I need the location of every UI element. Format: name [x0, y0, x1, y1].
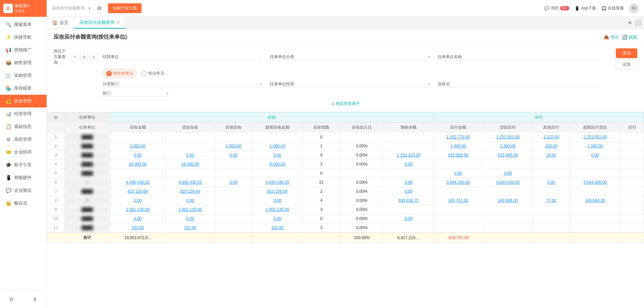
td-ar_loan[interactable]: 1,001,135.00	[165, 205, 215, 214]
sidebar-item-企业协同[interactable]: 🤝企业协同	[0, 146, 47, 159]
td-ar_loan[interactable]: 152.00	[165, 223, 215, 233]
td-ap_overdue[interactable]: 0.00	[570, 151, 620, 160]
tab-close-window-btn[interactable]: ✕	[628, 19, 632, 26]
cell-link[interactable]: 345,761.00	[448, 198, 468, 203]
td-ap_other[interactable]	[533, 223, 570, 233]
td-ar_prepay[interactable]	[384, 205, 433, 214]
td-ar_amount[interactable]: 4,345,436.20	[110, 178, 165, 187]
td-ar_overdue[interactable]: 9,000.00	[252, 160, 303, 169]
header-dropdown-btn[interactable]: ▾	[89, 6, 91, 11]
export-btn[interactable]: 📤 导出	[604, 34, 619, 40]
td-ar_loan[interactable]: 0.00	[165, 151, 215, 160]
td-ar_prepay[interactable]: 0.00	[384, 187, 433, 196]
cell-link[interactable]: 810,126.64	[180, 189, 200, 194]
cell-link[interactable]: 13.00	[546, 153, 556, 158]
td-ar_overdue[interactable]: 0.00	[252, 214, 303, 223]
query-btn[interactable]: 查询	[616, 48, 637, 58]
header-cta-button[interactable]: 体验行业方案	[108, 3, 142, 13]
td-ap_loan[interactable]	[483, 160, 533, 169]
sidebar-item-新手引导[interactable]: 🎓新手引导	[0, 159, 47, 171]
td-ap_overdue[interactable]: 3,044,240.00	[570, 178, 620, 187]
td-ap_overdue[interactable]	[570, 214, 620, 223]
td-ar_other[interactable]	[215, 205, 252, 214]
cell-link[interactable]: 0.00	[405, 216, 412, 221]
td-ar_overdue[interactable]: 101.00	[252, 223, 303, 233]
td-ar_other[interactable]	[215, 133, 252, 142]
tab-close-icon[interactable]: ✕	[116, 20, 120, 25]
td-ap_overdue[interactable]	[570, 223, 620, 233]
td-ar_other[interactable]	[215, 169, 252, 178]
cell-link[interactable]: 0.00	[591, 153, 599, 158]
td-ar_prepay[interactable]: 655,636.75	[384, 196, 433, 205]
td-ar_amount[interactable]: 0.00	[110, 214, 165, 223]
filter-department-arrow[interactable]: ▾	[167, 92, 168, 95]
td-ar_prepay[interactable]	[384, 169, 433, 178]
td-ap_amount[interactable]	[433, 187, 483, 196]
td-ap_amount[interactable]	[433, 160, 483, 169]
td-ap_amount[interactable]	[433, 205, 483, 214]
cell-link[interactable]: 1,222.00	[543, 135, 559, 139]
cell-link[interactable]: 0.00	[230, 180, 237, 185]
sidebar-item-经营管理[interactable]: 📊经营管理	[0, 107, 47, 120]
td-ar_loan[interactable]	[165, 142, 215, 151]
cell-link[interactable]: 4,345,436.20	[178, 180, 202, 185]
td-ap_amount[interactable]	[433, 223, 483, 233]
td-ar_amount[interactable]: 152.00	[110, 223, 165, 233]
cell-link[interactable]: 1,000.00	[130, 144, 146, 148]
td-ar_loan[interactable]: 0.00	[165, 214, 215, 223]
cell-link[interactable]: 1,390.00	[500, 144, 516, 148]
cell-link[interactable]: 915,508.56	[448, 153, 468, 158]
sidebar-item-销售管理[interactable]: 📦销售管理	[0, 56, 47, 69]
header-app-download-btn[interactable]: 📱 App下载	[575, 5, 596, 11]
sidebar-item-畅会员[interactable]: 👑畅会员	[0, 197, 47, 210]
td-ar_prepay[interactable]	[384, 133, 433, 142]
cell-link[interactable]: 3,044,240.00	[496, 180, 520, 185]
td-ar_other[interactable]	[215, 214, 252, 223]
td-ap_other[interactable]	[533, 205, 570, 214]
cell-link[interactable]: 18,000.00	[129, 162, 147, 167]
cell-link[interactable]: 345,684.00	[498, 198, 518, 203]
scheme-by-salesperson[interactable]: ○ 按业务员	[138, 69, 168, 78]
td-ap_amount[interactable]: 3,044,240.00	[433, 178, 483, 187]
td-ap_overdue[interactable]	[570, 205, 620, 214]
td-ar_prepay[interactable]: 0.00	[384, 160, 433, 169]
cell-link[interactable]: 810,126.64	[267, 189, 287, 194]
td-ar_overdue[interactable]: 810,126.64	[252, 187, 303, 196]
user-avatar[interactable]: Rit	[629, 4, 639, 13]
cell-link[interactable]: 1,251,551.00	[496, 135, 520, 139]
cell-link[interactable]: 0.00	[504, 171, 512, 176]
td-ap_loan[interactable]: 0.00	[483, 169, 533, 178]
refresh-btn[interactable]: 🔄 刷新	[622, 34, 637, 40]
sidebar-item-库存核算[interactable]: 🏪库存核算	[0, 82, 47, 95]
cell-link[interactable]: 0.00	[134, 153, 142, 158]
td-ar_loan[interactable]: 810,126.64	[165, 187, 215, 196]
cell-link[interactable]: 77.00	[546, 198, 556, 203]
cell-link[interactable]: 0.00	[405, 189, 412, 194]
cell-link[interactable]: 1,001,135.00	[126, 207, 150, 212]
cell-link[interactable]: 1,390.00	[587, 144, 603, 148]
cell-link[interactable]: 152.00	[131, 225, 144, 230]
sidebar-item-基础信息[interactable]: 📋基础信息	[0, 120, 47, 133]
filter-settlement-dots[interactable]: ···	[259, 54, 262, 59]
header-online-service-btn[interactable]: 🎧 在线客服	[601, 5, 624, 11]
td-ar_overdue[interactable]: 4,345,436.20	[252, 178, 303, 187]
td-ar_amount[interactable]: 810,126.64	[110, 187, 165, 196]
td-ap_other[interactable]	[533, 187, 570, 196]
td-ar_amount[interactable]	[110, 133, 165, 142]
td-ap_amount[interactable]: 1,252,773.00	[433, 133, 483, 142]
cell-link[interactable]: 3,044,240.00	[446, 180, 470, 185]
cell-link[interactable]: 3,044,240.00	[583, 180, 607, 185]
cell-link[interactable]: 100.00	[545, 144, 557, 148]
sidebar-item-系统管理[interactable]: ⚙系统管理	[0, 133, 47, 146]
cell-link[interactable]: 0.00	[273, 198, 281, 203]
td-ar_prepay[interactable]	[384, 142, 433, 151]
filter-collapse-btn[interactable]: «	[90, 53, 97, 61]
cell-link[interactable]: 1,251,551.00	[583, 135, 607, 139]
td-ar_loan[interactable]	[165, 133, 215, 142]
cell-link[interactable]: 0.00	[405, 162, 412, 167]
cell-link[interactable]: 0.00	[186, 216, 194, 221]
filter-partner-type-arrow[interactable]: ▾	[428, 55, 430, 59]
tab-home[interactable]: 🏠 首页	[47, 17, 74, 29]
filter-salesperson-dots[interactable]: ···	[594, 82, 597, 87]
td-ar_amount[interactable]: 18,000.00	[110, 160, 165, 169]
